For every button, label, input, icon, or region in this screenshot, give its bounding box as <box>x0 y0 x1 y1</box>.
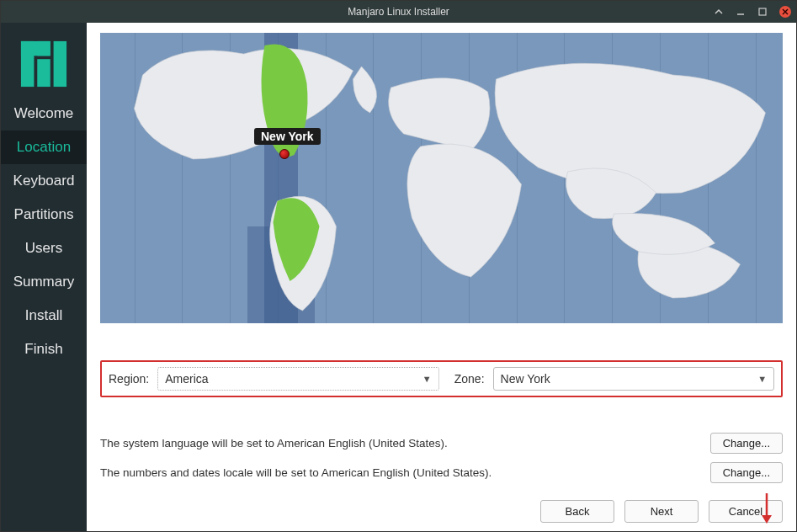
sidebar-item-label: Keyboard <box>13 173 75 189</box>
minimize-icon[interactable] <box>736 7 746 17</box>
sidebar-item-label: Partitions <box>14 206 74 222</box>
sidebar-item-partitions[interactable]: Partitions <box>1 198 87 231</box>
sidebar-item-label: Install <box>25 307 62 323</box>
region-zone-row: Region: America ▼ Zone: New York ▼ <box>100 360 783 397</box>
titlebar-controls <box>714 6 791 18</box>
sidebar-item-keyboard[interactable]: Keyboard <box>1 164 87 198</box>
language-locale-row: The system language will be set to Ameri… <box>100 433 783 454</box>
sidebar-item-finish[interactable]: Finish <box>1 332 87 366</box>
sidebar-item-label: Welcome <box>14 105 74 121</box>
zone-value: New York <box>501 372 550 386</box>
sidebar-item-welcome[interactable]: Welcome <box>1 97 87 130</box>
change-numbers-button[interactable]: Change... <box>710 462 783 483</box>
map-pin-icon <box>279 149 290 159</box>
maximize-icon[interactable] <box>757 7 768 17</box>
sidebar-item-label: Summary <box>13 274 75 290</box>
sidebar-item-summary[interactable]: Summary <box>1 265 87 299</box>
back-button[interactable]: Back <box>540 500 614 523</box>
numbers-locale-text: The numbers and dates locale will be set… <box>100 466 491 479</box>
rollup-icon[interactable] <box>714 7 724 17</box>
sidebar: Welcome Location Keyboard Partitions Use… <box>1 23 87 531</box>
window-title: Manjaro Linux Installer <box>1 6 796 18</box>
sidebar-item-label: Users <box>25 240 62 256</box>
language-locale-text: The system language will be set to Ameri… <box>100 437 448 450</box>
world-map-icon <box>100 33 783 323</box>
close-icon[interactable] <box>779 6 791 18</box>
map-pin-label: New York <box>254 128 321 145</box>
locale-section: The system language will be set to Ameri… <box>100 433 783 483</box>
chevron-down-icon: ▼ <box>422 374 432 384</box>
region-select[interactable]: America ▼ <box>157 367 438 391</box>
svg-rect-5 <box>54 41 66 87</box>
change-language-button[interactable]: Change... <box>710 433 783 454</box>
cancel-button[interactable]: Cancel <box>709 500 783 523</box>
zone-select[interactable]: New York ▼ <box>493 367 774 391</box>
titlebar: Manjaro Linux Installer <box>1 1 796 23</box>
next-button[interactable]: Next <box>624 500 699 523</box>
installer-window: Manjaro Linux Installer <box>0 0 797 532</box>
sidebar-item-users[interactable]: Users <box>1 231 87 265</box>
zone-label: Zone: <box>454 372 485 386</box>
sidebar-item-location[interactable]: Location <box>1 130 87 164</box>
sidebar-item-install[interactable]: Install <box>1 299 87 332</box>
footer-buttons: Back Next Cancel <box>100 490 783 523</box>
main-panel: New York Region: America ▼ Zone: New Yor… <box>87 23 796 531</box>
numbers-locale-row: The numbers and dates locale will be set… <box>100 462 783 483</box>
sidebar-item-label: Location <box>17 139 71 155</box>
svg-rect-4 <box>37 59 50 87</box>
sidebar-item-label: Finish <box>24 341 62 357</box>
chevron-down-icon: ▼ <box>757 374 767 384</box>
manjaro-logo-icon <box>1 28 87 97</box>
timezone-map[interactable]: New York <box>100 33 783 323</box>
svg-rect-1 <box>759 8 766 15</box>
body: Welcome Location Keyboard Partitions Use… <box>1 23 796 531</box>
svg-rect-6 <box>21 41 50 56</box>
region-label: Region: <box>109 372 149 386</box>
region-value: America <box>165 372 208 386</box>
